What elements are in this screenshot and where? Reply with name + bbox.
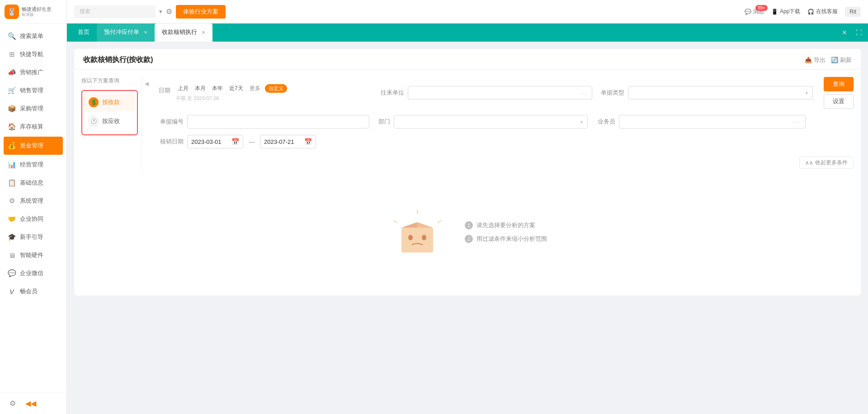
message-icon: 💬 <box>745 9 751 15</box>
refresh-btn[interactable]: 🔄 刷新 <box>831 56 852 64</box>
bill-type-label: 单据类型 <box>599 89 624 97</box>
sidebar-item-operations[interactable]: 📊 经营管理 <box>0 156 66 174</box>
filter-by-receipt[interactable]: 💲 按收款 <box>84 94 135 111</box>
fullscreen-icon[interactable]: ⛶ <box>854 27 864 38</box>
filter-by-receivable[interactable]: 🕐 按应收 <box>84 113 135 130</box>
empty-hint-2: 2 用过滤条件来缩小分析范围 <box>465 235 547 243</box>
date-options: 上月 本月 本年 近7天 更多 自定义 不限 至 2023-07-26 <box>176 84 287 102</box>
hint-num-2: 2 <box>465 235 473 243</box>
empty-hints: 1 请先选择要分析的方案 2 用过滤条件来缩小分析范围 <box>465 221 547 243</box>
header-search-box[interactable]: 搜索 <box>74 5 156 18</box>
partner-filter-group: 往来单位 ··· <box>379 86 593 100</box>
partner-input[interactable]: ··· <box>408 86 593 100</box>
svg-rect-0 <box>401 228 433 252</box>
tab-prepay[interactable]: 预付冲应付单 ✕ <box>97 24 155 42</box>
sales-icon: 🛒 <box>7 86 16 95</box>
online-service-btn[interactable]: 🎧 在线客服 <box>807 8 838 15</box>
tab-home[interactable]: 首页 <box>71 24 97 42</box>
date-more[interactable]: 更多 <box>248 84 262 93</box>
sidebar: 🐰 畅捷通好生意 标准版 🔍 搜索菜单 ⊞ 快捷导航 📣 营销推广 🛒 销售管理… <box>0 0 67 414</box>
header-gear-icon[interactable]: ⚙ <box>166 7 172 16</box>
date-this-month[interactable]: 本月 <box>193 84 208 93</box>
empty-illustration <box>388 205 447 259</box>
message-badge: 99+ <box>755 5 768 11</box>
sidebar-item-marketing[interactable]: 📣 营销推广 <box>0 63 66 81</box>
collapse-up-icon: ∧∧ <box>805 160 813 166</box>
receivable-option-icon: 🕐 <box>89 116 99 126</box>
svg-point-2 <box>422 235 426 240</box>
sidebar-item-member[interactable]: V 畅会员 <box>0 282 66 300</box>
sidebar-item-sales[interactable]: 🛒 销售管理 <box>0 81 66 100</box>
app-icon: 📱 <box>771 9 778 15</box>
dept-select[interactable]: ▾ <box>394 115 587 128</box>
sidebar-nav: 🔍 搜索菜单 ⊞ 快捷导航 📣 营销推广 🛒 销售管理 📦 采购管理 🏠 库存核… <box>0 24 66 392</box>
sidebar-item-finance[interactable]: 💰 资金管理 <box>4 137 63 155</box>
staff-input[interactable]: ··· <box>619 115 806 128</box>
page-card: 收款核销执行(按收款) 📤 导出 🔄 刷新 按以下方案查询 <box>74 49 861 295</box>
verify-date-start-wrap[interactable]: 📅 <box>187 135 243 148</box>
header-chevron-icon[interactable]: ▾ <box>159 8 162 15</box>
bill-type-select[interactable]: ▾ <box>628 86 813 100</box>
hardware-icon: 🖥 <box>7 251 16 260</box>
date-this-year[interactable]: 本年 <box>210 84 225 93</box>
collapse-more-btn[interactable]: ∧∧ 收起更多条件 <box>799 157 854 169</box>
export-btn[interactable]: 📤 导出 <box>805 56 826 64</box>
message-btn[interactable]: 💬 消息 99+ <box>745 8 764 15</box>
partner-label: 往来单位 <box>379 89 404 97</box>
sidebar-item-basicinfo[interactable]: 📋 基础信息 <box>0 174 66 192</box>
date-label: 日期 <box>159 84 172 95</box>
bill-no-input[interactable] <box>187 115 369 128</box>
user-info[interactable]: Rit <box>845 7 861 17</box>
empty-svg <box>388 205 447 259</box>
date-custom-badge[interactable]: 自定义 <box>265 84 287 93</box>
tab-receipt-close[interactable]: ✕ <box>202 30 205 35</box>
export-icon: 📤 <box>805 57 812 63</box>
svg-point-1 <box>408 235 413 240</box>
empty-state: 1 请先选择要分析的方案 2 用过滤条件来缩小分析范围 <box>74 178 861 295</box>
query-button[interactable]: 查询 <box>824 77 854 91</box>
partner-dots-icon: ··· <box>580 90 588 96</box>
date-7days[interactable]: 近7天 <box>227 84 245 93</box>
industry-btn[interactable]: 体验行业方案 <box>176 5 226 19</box>
sidebar-item-guide[interactable]: 🎓 新手引导 <box>0 228 66 246</box>
dept-filter-group: 部门 ▾ <box>377 115 587 128</box>
date-hint: 不限 至 2023-07-26 <box>176 95 287 102</box>
verify-date-end-wrap[interactable]: 📅 <box>260 135 316 148</box>
tab-prepay-close[interactable]: ✕ <box>144 30 147 35</box>
sidebar-item-purchase[interactable]: 📦 采购管理 <box>0 100 66 118</box>
close-tab-icon[interactable]: ✕ <box>839 27 850 38</box>
tab-receipt[interactable]: 收款核销执行 ✕ <box>155 24 212 42</box>
settings-button[interactable]: 设置 <box>824 94 854 109</box>
sidebar-item-system[interactable]: ⚙ 系统管理 <box>0 192 66 210</box>
hint-text-2: 用过滤条件来缩小分析范围 <box>476 235 547 243</box>
sidebar-item-hardware[interactable]: 🖥 智能硬件 <box>0 246 66 264</box>
sidebar-item-corp[interactable]: 🤝 企业协同 <box>0 210 66 228</box>
sidebar-collapse-arrow[interactable]: ◀ <box>142 77 151 171</box>
top-header: 搜索 ▾ ⚙ 体验行业方案 💬 消息 99+ 📱 App下载 🎧 在线客服 Ri… <box>67 0 868 24</box>
guide-icon: 🎓 <box>7 233 16 242</box>
sidebar-item-wechat[interactable]: 💬 企业微信 <box>0 264 66 282</box>
filter-row-2: 单据编号 部门 ▾ 业务员 <box>159 115 854 128</box>
filter-options-box: 💲 按收款 🕐 按应收 <box>81 90 138 135</box>
service-icon: 🎧 <box>807 9 814 15</box>
date-last-month[interactable]: 上月 <box>176 84 190 93</box>
basicinfo-icon: 📋 <box>7 178 16 187</box>
staff-dots-icon: ··· <box>793 119 801 125</box>
corp-icon: 🤝 <box>7 214 16 224</box>
date-range-dash: — <box>249 138 255 145</box>
verify-date-start-input[interactable] <box>191 138 230 145</box>
verify-date-filter-group: 核销日期 📅 — 📅 <box>159 135 316 148</box>
verify-date-end-cal-icon[interactable]: 📅 <box>304 138 312 145</box>
app-download-btn[interactable]: 📱 App下载 <box>771 8 800 15</box>
sidebar-item-inventory[interactable]: 🏠 库存核算 <box>0 118 66 136</box>
sidebar-item-shortcuts[interactable]: ⊞ 快捷导航 <box>0 45 66 63</box>
verify-date-start-cal-icon[interactable]: 📅 <box>231 138 239 145</box>
sidebar-item-search[interactable]: 🔍 搜索菜单 <box>0 27 66 45</box>
page-title: 收款核销执行(按收款) <box>83 55 153 65</box>
verify-date-end-input[interactable] <box>264 138 302 145</box>
settings-icon[interactable]: ⚙ <box>7 398 18 409</box>
filter-form: 日期 上月 本月 本年 近7天 更多 自定义 不限 至 <box>151 77 861 171</box>
search-icon: 🔍 <box>7 32 16 41</box>
inventory-icon: 🏠 <box>7 122 16 131</box>
collapse-sidebar-button[interactable]: ◀◀ <box>25 398 36 409</box>
